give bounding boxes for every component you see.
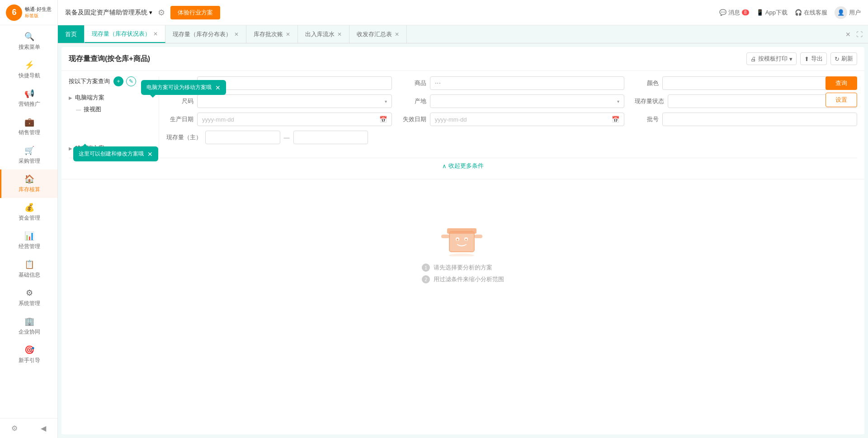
tooltip-create-scheme: 这里可以创建和修改方案哦 ✕ bbox=[73, 146, 158, 161]
sidebar-item-purchase[interactable]: 🛒 采购管理 bbox=[0, 141, 57, 170]
produce-date-input[interactable]: yyyy-mm-dd 📅 bbox=[197, 113, 392, 126]
step-1-num: 1 bbox=[422, 264, 430, 272]
svg-rect-0 bbox=[449, 231, 474, 252]
logo-subtitle: 标签版 bbox=[25, 13, 51, 19]
tab-inventory-status-close[interactable]: ✕ bbox=[153, 31, 158, 37]
sidebar: 6 畅通·好生意 标签版 🔍 搜索菜单 ⚡ 快捷导航 📢 营销推广 💼 销售管理… bbox=[0, 0, 58, 438]
tab-maximize-icon[interactable]: ⛶ bbox=[854, 29, 864, 40]
basic-info-icon: 📋 bbox=[24, 259, 34, 269]
tab-receive-summary-close[interactable]: ✕ bbox=[395, 31, 399, 38]
tab-inventory-dist-close[interactable]: ✕ bbox=[234, 31, 239, 38]
empty-state: 1 请先选择要分析的方案 2 用过滤条件来缩小分析范围 bbox=[61, 179, 864, 321]
sidebar-settings-icon[interactable]: ⚙ bbox=[11, 424, 18, 433]
message-item[interactable]: 💬 消息 8 bbox=[719, 9, 749, 17]
empty-icon bbox=[440, 216, 486, 256]
sidebar-item-sales[interactable]: 💼 销售管理 bbox=[0, 113, 57, 141]
size-input[interactable]: ▾ bbox=[197, 94, 392, 108]
stock-main-from[interactable] bbox=[205, 131, 280, 144]
sidebar-item-finance[interactable]: 💰 资金管理 bbox=[0, 198, 57, 226]
tooltip-1-close[interactable]: ✕ bbox=[215, 84, 221, 91]
step-2-num: 2 bbox=[422, 275, 430, 283]
tab-inout-flow[interactable]: 出入库流水 ✕ bbox=[298, 25, 349, 43]
sidebar-label-enterprise: 企业协同 bbox=[19, 328, 40, 336]
origin-label: 产地 bbox=[399, 97, 426, 105]
message-icon: 💬 bbox=[719, 9, 726, 16]
refresh-button[interactable]: ↻ 刷新 bbox=[830, 52, 857, 65]
sales-icon: 💼 bbox=[24, 117, 34, 127]
step-1-text: 请先选择要分析的方案 bbox=[434, 262, 492, 273]
search-button[interactable]: 查询 bbox=[826, 76, 857, 90]
tab-receive-summary[interactable]: 收发存汇总表 ✕ bbox=[349, 25, 407, 43]
user-avatar: 👤 bbox=[835, 6, 847, 19]
tooltip-2-close[interactable]: ✕ bbox=[147, 151, 153, 158]
collapse-label: 收起更多条件 bbox=[448, 162, 484, 170]
origin-field: 产地 ▾ bbox=[399, 94, 625, 108]
svg-point-6 bbox=[465, 239, 467, 240]
expire-date-input[interactable]: yyyy-mm-dd 📅 bbox=[430, 113, 625, 126]
svg-rect-8 bbox=[474, 235, 482, 238]
batch-no-field: 批号 bbox=[632, 113, 857, 126]
tab-close-all-icon[interactable]: ✕ bbox=[844, 29, 853, 40]
sidebar-label-basic-info: 基础信息 bbox=[19, 271, 40, 279]
system-name-select[interactable]: 装备及固定资产辅助管理系统 ▾ bbox=[65, 9, 152, 17]
sidebar-item-basic-info[interactable]: 📋 基础信息 bbox=[0, 255, 57, 283]
header-left: 装备及固定资产辅助管理系统 ▾ ⚙ 体验行业方案 bbox=[65, 6, 220, 19]
export-button[interactable]: ⬆ 导出 bbox=[800, 52, 827, 65]
stock-main-sep: — bbox=[284, 134, 290, 141]
app-download-label: App下载 bbox=[765, 9, 788, 17]
online-service-item[interactable]: 🎧 在线客服 bbox=[795, 9, 827, 17]
settings-icon[interactable]: ⚙ bbox=[158, 8, 165, 18]
empty-step-1: 1 请先选择要分析的方案 bbox=[422, 262, 504, 273]
sidebar-item-system[interactable]: ⚙ 系统管理 bbox=[0, 283, 57, 312]
system-name-dropdown-icon: ▾ bbox=[149, 9, 152, 16]
message-badge: 8 bbox=[742, 9, 749, 15]
user-item[interactable]: 👤 用户 bbox=[835, 6, 861, 19]
batch-no-input[interactable] bbox=[662, 113, 857, 126]
pc-scheme-section: ▶ 电脑端方案 — 接视图 bbox=[69, 92, 155, 115]
app-download-item[interactable]: 📱 App下载 bbox=[756, 9, 788, 17]
svg-point-5 bbox=[457, 239, 458, 240]
sidebar-item-enterprise[interactable]: 🏢 企业协同 bbox=[0, 312, 57, 340]
pc-item-view-label: 接视图 bbox=[84, 105, 101, 113]
stock-main-to[interactable] bbox=[293, 131, 368, 144]
origin-input[interactable]: ▾ bbox=[430, 94, 625, 108]
user-label: 用户 bbox=[849, 9, 861, 17]
industry-plan-button[interactable]: 体验行业方案 bbox=[170, 6, 220, 19]
collapse-button[interactable]: ∧ 收起更多条件 bbox=[69, 158, 857, 174]
expire-date-calendar-icon[interactable]: 📅 bbox=[612, 116, 619, 123]
goods-input[interactable]: ··· bbox=[430, 76, 625, 90]
goods-label: 商品 bbox=[399, 79, 426, 87]
tab-inventory-status[interactable]: 现存量（库存状况表） ✕ bbox=[85, 25, 165, 43]
warehouse-input[interactable]: ··· bbox=[197, 76, 392, 90]
tab-home-label: 首页 bbox=[65, 30, 77, 38]
sidebar-item-marketing[interactable]: 📢 营销推广 bbox=[0, 84, 57, 113]
sidebar-item-operations[interactable]: 📊 经营管理 bbox=[0, 226, 57, 255]
add-scheme-button[interactable]: + bbox=[113, 76, 123, 86]
sidebar-label-search: 搜索菜单 bbox=[19, 43, 40, 51]
page-actions: 🖨 按模板打印 ▾ ⬆ 导出 ↻ 刷新 bbox=[746, 52, 857, 65]
produce-date-calendar-icon[interactable]: 📅 bbox=[379, 116, 387, 123]
logo-icon: 6 bbox=[6, 5, 22, 21]
edit-scheme-button[interactable]: ✎ bbox=[126, 76, 136, 86]
tab-home[interactable]: 首页 bbox=[58, 25, 85, 43]
tab-inout-flow-close[interactable]: ✕ bbox=[337, 31, 342, 38]
scheme-item-view[interactable]: — 接视图 bbox=[76, 104, 155, 115]
top-header: 装备及固定资产辅助管理系统 ▾ ⚙ 体验行业方案 💬 消息 8 📱 App下载 … bbox=[58, 0, 868, 25]
page-header: 现存量查询(按仓库+商品) 🖨 按模板打印 ▾ ⬆ 导出 ↻ 刷新 bbox=[61, 47, 864, 71]
print-label: 按模板打印 bbox=[758, 55, 788, 63]
tab-batch-ledger-close[interactable]: ✕ bbox=[286, 31, 290, 38]
filter-row-1: 仓库 ··· 商品 ··· bbox=[166, 76, 857, 90]
print-button[interactable]: 🖨 按模板打印 ▾ bbox=[746, 52, 797, 65]
tab-inout-flow-label: 出入库流水 bbox=[305, 30, 335, 38]
tab-inventory-dist[interactable]: 现存量（库存分布表） ✕ bbox=[165, 25, 246, 43]
reset-button[interactable]: 设置 bbox=[826, 93, 857, 107]
sidebar-item-search[interactable]: 🔍 搜索菜单 bbox=[0, 27, 57, 56]
sidebar-collapse-icon[interactable]: ◀ bbox=[41, 424, 46, 433]
sidebar-item-guide[interactable]: 🎯 新手引导 bbox=[0, 340, 57, 369]
sidebar-item-inventory[interactable]: 🏠 库存核算 bbox=[0, 170, 57, 198]
color-label: 颜色 bbox=[632, 79, 659, 87]
produce-date-label: 生产日期 bbox=[166, 115, 193, 123]
sidebar-item-quick-nav[interactable]: ⚡ 快捷导航 bbox=[0, 56, 57, 84]
expire-date-label: 失效日期 bbox=[399, 115, 426, 123]
tab-batch-ledger[interactable]: 库存批次账 ✕ bbox=[246, 25, 298, 43]
